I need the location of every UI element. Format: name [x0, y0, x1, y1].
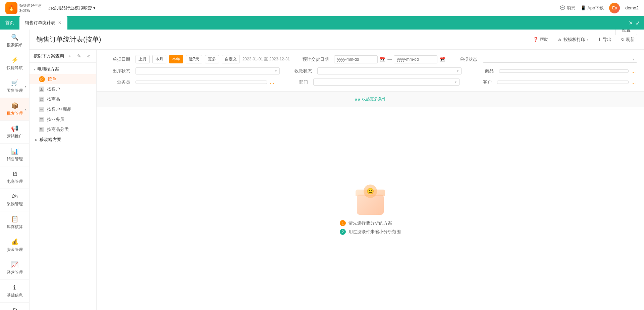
collapse-panel-button[interactable]: «: [85, 52, 92, 60]
sidebar-item-system[interactable]: ⚙ 系统管理: [0, 303, 29, 310]
mobile-group-arrow-icon: ▶: [35, 138, 38, 142]
department-select[interactable]: ▾: [313, 79, 460, 86]
page-header: 销售订单统计表(按单) ❓ 帮助 🖨 按模板打印 ▾ ⬇ 导出 ↻ 刷新: [30, 30, 644, 50]
top-bar: 🔥 畅捷通好生意 标准版 办公用品行业模拟账套 ▾ 💬 消息 📱 App下载 E…: [0, 0, 644, 16]
date-filter: 上月 本月 本年 近7天 更多 自定义 2023-01-01 至 2023-12…: [136, 55, 290, 63]
sidebar-item-quicknav[interactable]: ⚡ 快捷导航: [0, 52, 29, 75]
add-scheme-button[interactable]: +: [66, 52, 73, 60]
date-btn-this-year[interactable]: 本年: [169, 55, 183, 63]
date-btn-last-month[interactable]: 上月: [136, 55, 150, 63]
expected-date-from[interactable]: [334, 55, 378, 63]
scheme-item-by-customer[interactable]: 按客户: [30, 84, 96, 94]
export-icon: ⬇: [598, 37, 601, 42]
date-btn-more[interactable]: 更多: [205, 55, 219, 63]
scheme-item-by-customer-goods[interactable]: 按客户+商品: [30, 104, 96, 114]
scheme-item-by-goods[interactable]: 按商品: [30, 94, 96, 104]
hint-item-2: 2 用过滤条件来缩小分析范围: [340, 227, 401, 236]
sidebar-item-operations[interactable]: 📈 经营管理: [0, 257, 29, 280]
out-status-select[interactable]: ▾: [136, 67, 280, 74]
customer-more-icon[interactable]: …: [630, 79, 637, 86]
sidebar-item-retail[interactable]: 🛒 零售管理 ▾: [0, 75, 29, 98]
calendar-from-icon[interactable]: 📅: [380, 57, 385, 62]
scheme-item-by-salesperson[interactable]: 按业务员: [30, 114, 96, 124]
customer-label: 客户: [465, 79, 492, 85]
date-btn-custom[interactable]: 自定义: [222, 55, 240, 63]
maximize-icon[interactable]: ⤢: [636, 20, 640, 26]
expected-date-label: 预计交货日期: [295, 56, 329, 62]
goods-select[interactable]: [499, 69, 629, 73]
settings-button[interactable]: 设置: [615, 30, 637, 35]
minimize-icon[interactable]: ✕: [629, 20, 633, 26]
sidebar-item-sales[interactable]: 📊 销售管理: [0, 144, 29, 166]
template-print-button[interactable]: 🖨 按模板打印 ▾: [555, 35, 591, 44]
wholesale-icon: 📦: [11, 102, 18, 109]
app-download-button[interactable]: 📱 App下载: [581, 5, 604, 11]
calendar-to-icon[interactable]: 📅: [439, 57, 445, 62]
right-panel: 单据日期 上月 本月 本年 近7天 更多 自定义 2023-01-01 至 20…: [97, 50, 644, 310]
edit-scheme-button[interactable]: ✎: [75, 52, 83, 60]
collapse-row: ∧∧ 收起更多条件: [97, 91, 644, 107]
export-button[interactable]: ⬇ 导出: [595, 35, 614, 44]
help-icon: ❓: [533, 37, 538, 42]
main-content: 销售订单统计表(按单) ❓ 帮助 🖨 按模板打印 ▾ ⬇ 导出 ↻ 刷新: [30, 30, 644, 310]
sidebar-item-basic[interactable]: ℹ 基础信息: [0, 280, 29, 303]
scheme-group-mobile[interactable]: ▶ 移动端方案: [30, 135, 96, 145]
basic-icon: ℹ: [13, 284, 16, 291]
message-button[interactable]: 💬 消息: [560, 5, 575, 11]
box-face: 😐: [364, 185, 377, 198]
sidebar-item-marketing[interactable]: 📢 营销推广: [0, 121, 29, 144]
refresh-button[interactable]: ↻ 刷新: [618, 35, 637, 44]
user-avatar[interactable]: Ea: [609, 3, 620, 13]
collapse-button[interactable]: ∧∧ 收起更多条件: [353, 94, 388, 104]
scheme-group-pc[interactable]: ▾ 电脑端方案: [30, 64, 96, 74]
sidebar-item-purchase[interactable]: 🛍 采购管理: [0, 189, 29, 211]
filter-area: 单据日期 上月 本月 本年 近7天 更多 自定义 2023-01-01 至 20…: [97, 50, 644, 91]
svg-rect-6: [40, 120, 43, 120]
print-arrow-icon: ▾: [587, 38, 588, 41]
content-area: 按以下方案查询 + ✎ « ▾ 电脑端方案 按 按单: [30, 50, 644, 310]
svg-rect-4: [40, 118, 43, 119]
hint-num-1: 1: [340, 220, 346, 226]
goods-more-icon[interactable]: …: [630, 68, 637, 74]
scheme-item-by-order[interactable]: 按 按单: [30, 74, 96, 84]
tab-close-icon[interactable]: ✕: [57, 20, 62, 26]
chevron-down-icon: ▾: [93, 5, 96, 10]
sidebar-item-wholesale[interactable]: 📦 批发管理 ▴: [0, 98, 29, 121]
svg-rect-8: [42, 128, 43, 130]
expected-date-to[interactable]: [394, 55, 437, 63]
tab-bar: 首页 销售订单统计表 ✕ ✕ ⤢: [0, 16, 644, 30]
date-btn-7days[interactable]: 近7天: [186, 55, 202, 63]
inventory-icon: 📋: [11, 215, 18, 223]
sidebar-item-finance[interactable]: 💰 资金管理: [0, 234, 29, 257]
filter-row-2: 出库状态 ▾ 收款状态 ▾ 商品: [103, 67, 637, 74]
svg-rect-5: [40, 119, 43, 120]
scheme-item-by-goods-category[interactable]: 按商品分类: [30, 124, 96, 135]
empty-hints: 1 请先选择要分析的方案 2 用过滤条件来缩小分析范围: [340, 219, 401, 236]
status-select[interactable]: ▾: [483, 56, 637, 63]
date-separator: —: [387, 57, 392, 62]
customer-select[interactable]: [497, 81, 629, 84]
hint-num-2: 2: [340, 229, 346, 235]
sidebar-item-inventory[interactable]: 📋 库存核算: [0, 211, 29, 234]
collapse-icon: ∧∧: [355, 97, 361, 102]
filter-row-3: 业务员 … 部门 ▾ 客户: [103, 79, 637, 86]
sidebar-item-search[interactable]: 🔍 搜索菜单: [0, 30, 29, 52]
scheme-category-icon: [39, 127, 44, 132]
salesperson-select[interactable]: [136, 81, 267, 84]
filter-row-1: 单据日期 上月 本月 本年 近7天 更多 自定义 2023-01-01 至 20…: [103, 55, 637, 63]
tab-sales-order[interactable]: 销售订单统计表 ✕: [19, 16, 67, 30]
sidebar-item-ecommerce[interactable]: 🖥 电商管理: [0, 166, 29, 189]
tab-home[interactable]: 首页: [0, 16, 19, 30]
salesperson-more-icon[interactable]: …: [268, 79, 276, 86]
layout: 🔍 搜索菜单 ⚡ 快捷导航 🛒 零售管理 ▾ 📦 批发管理 ▴ 📢 营销推广: [0, 30, 644, 310]
receipt-status-select[interactable]: ▾: [317, 67, 462, 74]
date-btn-this-month[interactable]: 本月: [152, 55, 166, 63]
company-selector[interactable]: 办公用品行业模拟账套 ▾: [46, 4, 98, 12]
refresh-icon: ↻: [621, 37, 625, 42]
retail-arrow-icon: ▾: [25, 85, 26, 88]
system-icon: ⚙: [12, 307, 17, 310]
marketing-icon: 📢: [11, 125, 18, 132]
user-name[interactable]: demo2: [625, 5, 639, 10]
svg-rect-7: [40, 128, 42, 130]
help-button[interactable]: ❓ 帮助: [530, 35, 551, 44]
